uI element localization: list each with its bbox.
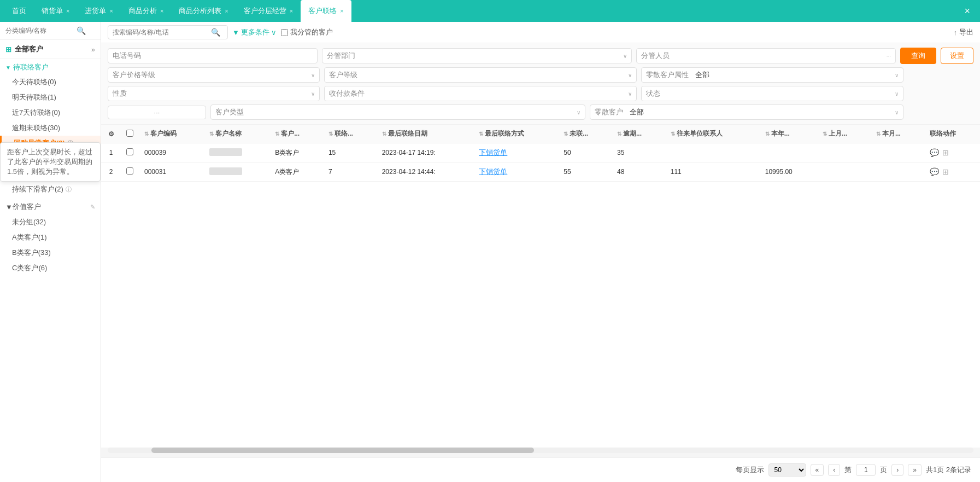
- chat-icon[interactable]: 💬: [930, 167, 939, 176]
- row-check[interactable]: [121, 162, 139, 182]
- close-sales-tab[interactable]: ×: [66, 8, 69, 14]
- row-name: [204, 143, 269, 162]
- search-input[interactable]: [113, 28, 211, 36]
- value-expand-icon: ▼: [5, 203, 13, 211]
- sidebar-item-unclassified[interactable]: 未分组(32): [0, 214, 101, 230]
- status-field[interactable]: 状态 ∨: [641, 86, 903, 101]
- col-contact-count[interactable]: 联络...: [323, 125, 377, 143]
- sidebar-search-icon[interactable]: 🔍: [77, 26, 86, 35]
- col-last-contact-method[interactable]: 最后联络方式: [473, 125, 558, 143]
- prev-page-btn[interactable]: ‹: [828, 464, 840, 476]
- close-purchase-tab[interactable]: ×: [109, 8, 113, 14]
- row-last-month: [817, 143, 871, 162]
- chat-icon[interactable]: 💬: [930, 148, 939, 157]
- setting-button[interactable]: 设置: [941, 48, 973, 64]
- col-company-contacts[interactable]: 往来单位联系人: [665, 125, 760, 143]
- filter-bar: 🔍 ▼ 更多条件 ∨ 我分管的客户 ↑ 导出: [101, 22, 980, 43]
- more-conditions-btn[interactable]: ▼ 更多条件 ∨: [232, 27, 277, 37]
- customer-level-dropdown-icon: ∨: [628, 72, 632, 78]
- next-page-btn[interactable]: ›: [891, 464, 903, 476]
- search-icon[interactable]: 🔍: [211, 28, 220, 37]
- close-analysis-list-tab[interactable]: ×: [225, 8, 228, 14]
- phone-input[interactable]: [144, 52, 313, 60]
- nav-analysis-list[interactable]: 商品分析列表 ×: [171, 0, 236, 22]
- sidebar-collapse-btn[interactable]: »: [91, 45, 95, 54]
- sidebar-item-c-class[interactable]: C类客户(6): [0, 260, 101, 276]
- row-last-contact-method[interactable]: 下销货单: [473, 143, 558, 162]
- value-group-edit-icon[interactable]: ✎: [90, 204, 95, 211]
- dept-field[interactable]: 分管部门 ∨: [322, 48, 632, 63]
- col-code[interactable]: 客户编码: [139, 125, 204, 143]
- retail-attr-field[interactable]: 零散客户属性 全部 ∨: [641, 67, 903, 83]
- sidebar-search-input[interactable]: [5, 27, 77, 34]
- filter-row-4: ··· 客户类型 ∨ 零散客户 全部 ∨: [108, 104, 973, 120]
- col-settings[interactable]: ⚙: [101, 125, 121, 143]
- col-this-year[interactable]: 本年...: [760, 125, 817, 143]
- col-name[interactable]: 客户名称: [204, 125, 269, 143]
- expand-triangle-icon: ▼: [5, 65, 11, 71]
- customer-type-field[interactable]: 客户类型 ∨: [210, 104, 585, 120]
- col-last-contact-date[interactable]: 最后联络日期: [377, 125, 474, 143]
- close-analysis-tab[interactable]: ×: [160, 8, 163, 14]
- retail-customer-field[interactable]: 零散客户 全部 ∨: [590, 104, 903, 120]
- sidebar-item-declining[interactable]: 持续下滑客户(2) ⓘ: [0, 182, 101, 197]
- grid-action-icon[interactable]: ⊞: [942, 148, 949, 157]
- row-contact-count: 15: [323, 143, 377, 162]
- nav-analysis[interactable]: 商品分析 ×: [121, 0, 171, 22]
- customer-type-dropdown-icon: ∨: [577, 109, 580, 115]
- col-overdue[interactable]: 逾期...: [612, 125, 665, 143]
- sidebar-item-7days[interactable]: 近7天待联络(0): [0, 105, 101, 120]
- query-button[interactable]: 查询: [900, 48, 936, 64]
- nav-sales[interactable]: 销货单 ×: [34, 0, 77, 22]
- col-unread[interactable]: 未联...: [558, 125, 612, 143]
- value-group-title[interactable]: ▼ 价值客户 ✎: [0, 199, 101, 214]
- nav-home[interactable]: 首页: [4, 0, 34, 22]
- price-level-field[interactable]: 客户价格等级 ∨: [108, 67, 320, 83]
- my-customers-checkbox[interactable]: [281, 29, 288, 36]
- page-input[interactable]: [856, 464, 876, 476]
- export-btn[interactable]: ↑ 导出: [954, 27, 974, 37]
- filter-row-2: 客户价格等级 ∨ 客户等级 ∨ 零散客户属性 全部 ∨: [108, 67, 973, 83]
- customer-level-field[interactable]: 客户等级 ∨: [324, 67, 637, 83]
- last-page-btn[interactable]: »: [908, 464, 922, 476]
- gender-field[interactable]: 性质 ∨: [108, 86, 320, 101]
- pending-group-title[interactable]: ▼ 待联络客户: [0, 59, 101, 74]
- sidebar-item-overdue[interactable]: 逾期未联络(30): [0, 120, 101, 136]
- col-this-month[interactable]: 本月...: [871, 125, 924, 143]
- row-company-contacts: [665, 143, 760, 162]
- col-check[interactable]: [121, 125, 139, 143]
- select-all-checkbox[interactable]: [126, 130, 133, 137]
- horizontal-scrollbar[interactable]: [108, 448, 973, 453]
- payment-field[interactable]: 收付款条件 ∨: [324, 86, 637, 101]
- sidebar-item-tomorrow[interactable]: 明天待联络(1): [0, 90, 101, 105]
- grid-action-icon[interactable]: ⊞: [942, 167, 949, 176]
- col-last-month[interactable]: 上月...: [817, 125, 871, 143]
- person-field[interactable]: 分管人员 ···: [636, 48, 896, 63]
- nav-customer-mgr[interactable]: 客户分层经营 ×: [236, 0, 301, 22]
- col-customer-type[interactable]: 客户...: [269, 125, 323, 143]
- row-checkbox[interactable]: [126, 148, 133, 155]
- all-customers-title[interactable]: ⊞ 全部客户 »: [0, 40, 101, 59]
- row-last-contact-method[interactable]: 下销货单: [473, 162, 558, 182]
- close-customer-mgr-tab[interactable]: ×: [290, 8, 293, 14]
- sidebar-item-today[interactable]: 今天待联络(0): [0, 74, 101, 90]
- per-page-label: 每页显示: [736, 465, 764, 475]
- first-page-btn[interactable]: «: [811, 464, 824, 476]
- scrollbar-thumb[interactable]: [151, 448, 534, 453]
- row-checkbox[interactable]: [126, 167, 133, 175]
- more-field[interactable]: ···: [108, 106, 206, 119]
- row-check[interactable]: [121, 143, 139, 162]
- sidebar-item-b-class[interactable]: B类客户(33): [0, 245, 101, 260]
- close-customer-contact-tab[interactable]: ×: [340, 8, 343, 14]
- sidebar-item-a-class[interactable]: A类客户(1): [0, 230, 101, 245]
- table-header-row: ⚙ 客户编码 客户名称 客户... 联络... 最后联络日期 最后联络方式 未联…: [101, 125, 980, 143]
- per-page-select[interactable]: 2050100200: [768, 463, 806, 477]
- sidebar: 🔍 ⊞ 全部客户 » ▼ 待联络客户 今天待联络(0) 明天待联络(1) 近7天…: [0, 22, 101, 482]
- nav-purchase[interactable]: 进货单 ×: [77, 0, 120, 22]
- phone-field[interactable]: 电话号码: [108, 48, 318, 63]
- nav-customer-contact[interactable]: 客户联络 ×: [301, 0, 351, 22]
- declining-info-icon[interactable]: ⓘ: [66, 185, 72, 194]
- main-layout: 🔍 ⊞ 全部客户 » ▼ 待联络客户 今天待联络(0) 明天待联络(1) 近7天…: [0, 22, 980, 482]
- window-close-button[interactable]: ×: [959, 5, 976, 17]
- status-dropdown-icon: ∨: [895, 91, 899, 97]
